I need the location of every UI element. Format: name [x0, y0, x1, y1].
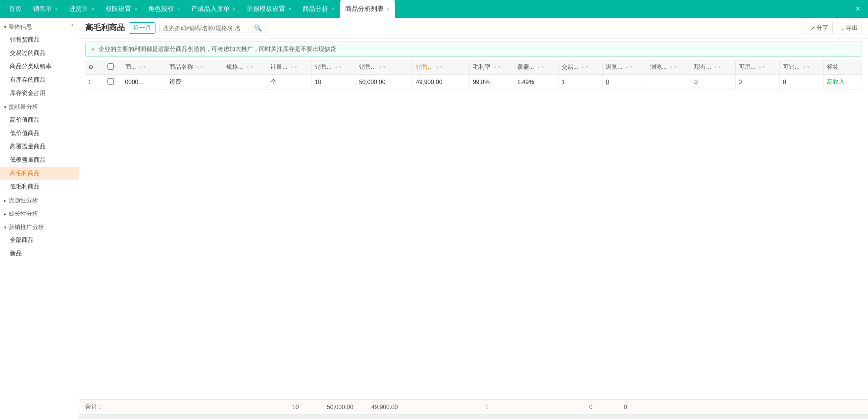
sort-icon[interactable]: ▲▼: [537, 65, 545, 69]
sidebar-item-high-value[interactable]: 高价值商品: [0, 113, 79, 127]
export-icon: ↓: [841, 25, 844, 32]
search-icon[interactable]: 🔍: [254, 24, 262, 32]
sidebar-item-stock-capital[interactable]: 库存资金占用: [0, 87, 79, 100]
sidebar-item-high-coverage[interactable]: 高覆盖量商品: [0, 140, 79, 153]
sidebar-item-low-margin[interactable]: 低毛利商品: [0, 180, 79, 193]
close-icon[interactable]: ×: [91, 6, 94, 12]
sort-icon[interactable]: ▲▼: [669, 65, 677, 69]
sidebar-item-high-margin[interactable]: 高毛利商品: [0, 167, 79, 180]
sort-icon[interactable]: ▲▼: [139, 65, 147, 69]
cell-current: 0: [691, 75, 735, 90]
nav-home[interactable]: 首页: [4, 0, 27, 18]
col-view1[interactable]: 浏览... ▲▼: [603, 60, 647, 75]
sidebar-item-in-stock[interactable]: 有库存的商品: [0, 73, 79, 87]
close-icon[interactable]: ×: [233, 6, 236, 12]
select-all-checkbox[interactable]: [107, 63, 114, 70]
nav-template[interactable]: 单据模板设置 ×: [242, 0, 296, 18]
sidebar-group-marketing[interactable]: ▾ 营销推广分析: [0, 220, 79, 233]
col-spec[interactable]: 规格... ▲▼: [223, 60, 267, 75]
col-index: ⚙: [85, 60, 104, 75]
close-icon[interactable]: ×: [331, 6, 334, 12]
sidebar-item-low-value[interactable]: 低价值商品: [0, 127, 79, 140]
sort-icon[interactable]: ▲▼: [581, 65, 589, 69]
sort-icon[interactable]: ▲▼: [246, 65, 254, 69]
col-sales-qty[interactable]: 销售... ▲▼: [311, 60, 356, 75]
cell-name: 运费: [166, 75, 223, 90]
cell-sales-amt: 50,000.00: [356, 75, 413, 90]
sort-icon[interactable]: ▲▼: [378, 65, 386, 69]
sidebar-group-contribution[interactable]: ▾ 贡献量分析: [0, 100, 79, 113]
cell-checkbox[interactable]: [104, 75, 122, 90]
filter-month-btn[interactable]: 近一月: [129, 22, 155, 34]
sidebar: « ▾ 整体信息 销售货商品 交易过的商品 商品分类助销率 有库存的商品 库存资…: [0, 18, 79, 419]
close-icon[interactable]: ×: [134, 6, 137, 12]
sidebar-collapse-btn[interactable]: «: [67, 20, 77, 30]
nav-analysis-list[interactable]: 商品分析列表 ×: [340, 0, 395, 18]
content-header: 高毛利商品 近一月 🔍 ↗ 分享 ↓ 导出: [79, 18, 868, 39]
nav-role[interactable]: 角色授权 ×: [143, 0, 185, 18]
sidebar-item-all-goods[interactable]: 全部商品: [0, 233, 79, 247]
sidebar-item-new-goods[interactable]: 新品: [0, 247, 79, 260]
col-available[interactable]: 可用... ▲▼: [735, 60, 779, 75]
col-checkbox: [104, 60, 122, 75]
nav-inbound[interactable]: 产成品入库单 ×: [186, 0, 241, 18]
col-name[interactable]: 商品名称 ▲▼: [166, 60, 223, 75]
col-code[interactable]: 商... ▲▼: [122, 60, 166, 75]
close-icon[interactable]: ×: [288, 6, 291, 12]
export-btn[interactable]: ↓ 导出: [837, 22, 862, 34]
sidebar-item-category-rate[interactable]: 商品分类助销率: [0, 60, 79, 73]
sort-icon[interactable]: ▲▼: [290, 65, 298, 69]
sort-icon[interactable]: ▲▼: [334, 65, 342, 69]
sort-icon[interactable]: ▲▼: [714, 65, 721, 69]
footer-available: 0: [624, 404, 659, 411]
chevron-down-icon: ▾: [4, 225, 6, 230]
sort-icon[interactable]: ▲▼: [196, 65, 204, 69]
chevron-down-icon: ▾: [4, 24, 6, 30]
sidebar-group-growth[interactable]: ▸ 成长性分析: [0, 207, 79, 220]
nav-sales[interactable]: 销售单 ×: [28, 0, 63, 18]
cell-available: 0: [735, 75, 779, 90]
col-unit[interactable]: 计量... ▲▼: [267, 60, 311, 75]
cell-gross-rate: 99.8%: [469, 75, 514, 90]
sidebar-group-trend[interactable]: ▸ 流趋性分析: [0, 193, 79, 207]
footer-trade: 1: [485, 404, 520, 411]
footer-sales-qty: 10: [292, 404, 327, 411]
nav-permission[interactable]: 权限设置 ×: [101, 0, 142, 18]
sort-icon[interactable]: ▲▼: [758, 65, 766, 69]
sort-icon[interactable]: ▲▼: [802, 65, 810, 69]
col-current[interactable]: 现有... ▲▼: [691, 60, 735, 75]
top-nav: 首页 销售单 × 进货单 × 权限设置 × 角色授权 × 产成品入库单 × 单据…: [0, 0, 868, 18]
cell-code: 0000...: [122, 75, 166, 90]
cell-index: 1: [85, 75, 104, 90]
search-box: 🔍: [159, 23, 265, 33]
col-sales-amt[interactable]: 销售... ▲▼: [356, 60, 413, 75]
window-close-btn[interactable]: ×: [852, 4, 864, 13]
nav-purchase[interactable]: 进货单 ×: [64, 0, 99, 18]
close-icon[interactable]: ×: [55, 6, 58, 12]
nav-analysis[interactable]: 商品分析 ×: [298, 0, 339, 18]
col-sellable[interactable]: 可销... ▲▼: [779, 60, 823, 75]
sort-icon[interactable]: ▲▼: [625, 65, 633, 69]
cell-view1[interactable]: 0: [603, 75, 647, 90]
footer-current: 0: [589, 404, 624, 411]
col-trade[interactable]: 交易... ▲▼: [558, 60, 602, 75]
settings-icon[interactable]: ⚙: [88, 64, 94, 71]
sidebar-item-sales-goods[interactable]: 销售货商品: [0, 33, 79, 47]
horizontal-scrollbar[interactable]: [79, 414, 868, 419]
cell-trade: 1: [558, 75, 602, 90]
col-sales-profit[interactable]: 销售... ▲▼: [413, 60, 470, 75]
col-view2[interactable]: 浏览... ▲▼: [647, 60, 691, 75]
sort-icon[interactable]: ▲▼: [435, 65, 443, 69]
sidebar-item-traded-goods[interactable]: 交易过的商品: [0, 47, 79, 60]
close-icon[interactable]: ×: [177, 6, 180, 12]
info-banner: ✦ 企业的主要的利润都是这部分商品创造的，可考虑加大推广，同时关注库存是不要出现…: [85, 42, 862, 57]
col-gross-rate[interactable]: 毛利率 ▲▼: [469, 60, 514, 75]
close-icon[interactable]: ×: [387, 6, 390, 12]
sidebar-item-low-coverage[interactable]: 低覆盖量商品: [0, 153, 79, 167]
cell-sales-profit: 49,900.00: [413, 75, 470, 90]
col-tag[interactable]: 标签: [824, 60, 862, 75]
sort-icon[interactable]: ▲▼: [493, 65, 501, 69]
col-coverage[interactable]: 覆盖... ▲▼: [514, 60, 558, 75]
share-btn[interactable]: ↗ 分享: [806, 22, 833, 34]
search-input[interactable]: [163, 25, 252, 32]
